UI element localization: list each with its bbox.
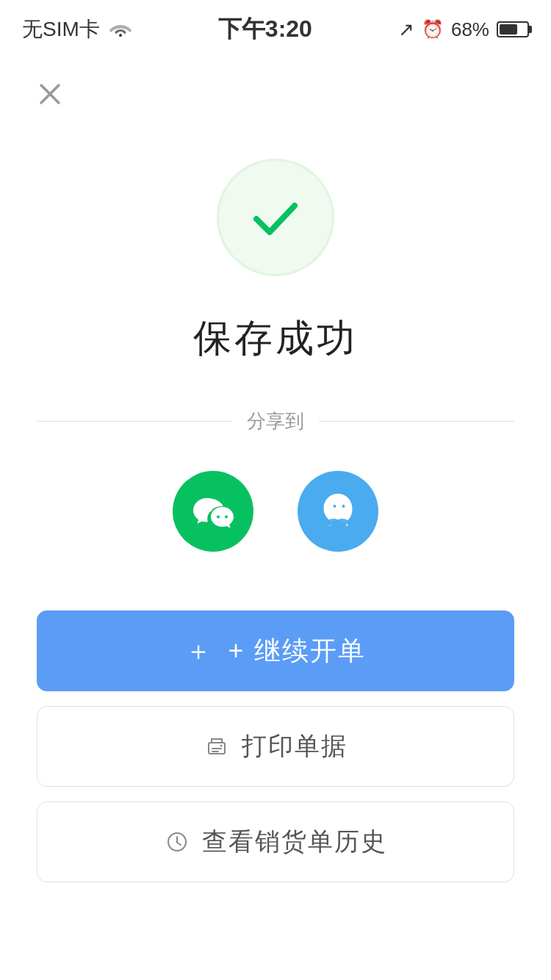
svg-point-8 <box>329 520 347 527</box>
location-icon: ↗ <box>398 18 414 41</box>
battery-pct: 68% <box>451 18 489 41</box>
continue-label: + 继续开单 <box>228 633 365 669</box>
status-left: 无SIM卡 <box>22 15 132 43</box>
wechat-icon <box>190 488 237 535</box>
svg-rect-15 <box>212 751 219 752</box>
continue-button[interactable]: ＋ + 继续开单 <box>37 610 514 691</box>
wifi-icon <box>109 21 132 38</box>
qq-share-button[interactable] <box>298 471 378 552</box>
svg-point-11 <box>334 505 336 508</box>
plus-icon: ＋ <box>185 633 213 669</box>
checkmark-icon <box>246 188 305 247</box>
svg-rect-14 <box>212 748 222 749</box>
clock-icon <box>164 829 190 855</box>
close-area <box>0 59 551 122</box>
share-label: 分享到 <box>247 408 304 434</box>
history-label: 查看销货单历史 <box>202 825 387 859</box>
time-label: 下午3:20 <box>218 13 312 46</box>
svg-point-5 <box>225 516 228 519</box>
svg-point-3 <box>209 508 212 512</box>
battery-indicator <box>497 21 529 37</box>
share-icons <box>173 471 378 552</box>
svg-point-12 <box>342 505 345 508</box>
status-right: ↗ ⏰ 68% <box>398 18 529 41</box>
success-circle <box>217 159 334 276</box>
svg-point-2 <box>201 508 205 512</box>
alarm-icon: ⏰ <box>422 19 444 40</box>
divider-right <box>319 421 514 422</box>
success-title: 保存成功 <box>193 313 358 364</box>
svg-point-16 <box>220 745 223 747</box>
print-icon <box>204 733 230 760</box>
svg-point-4 <box>217 516 220 519</box>
print-button[interactable]: 打印单据 <box>37 706 514 787</box>
close-button[interactable] <box>29 73 71 115</box>
carrier-label: 无SIM卡 <box>22 15 100 43</box>
qq-icon <box>314 488 361 535</box>
divider-left <box>37 421 232 422</box>
share-section: 分享到 <box>37 408 514 434</box>
print-label: 打印单据 <box>242 729 347 763</box>
action-buttons: ＋ + 继续开单 打印单据 查看销货单历史 <box>37 610 514 882</box>
wechat-share-button[interactable] <box>173 471 253 552</box>
status-bar: 无SIM卡 下午3:20 ↗ ⏰ 68% <box>0 0 551 59</box>
history-button[interactable]: 查看销货单历史 <box>37 801 514 882</box>
main-content: 保存成功 分享到 <box>0 122 551 980</box>
